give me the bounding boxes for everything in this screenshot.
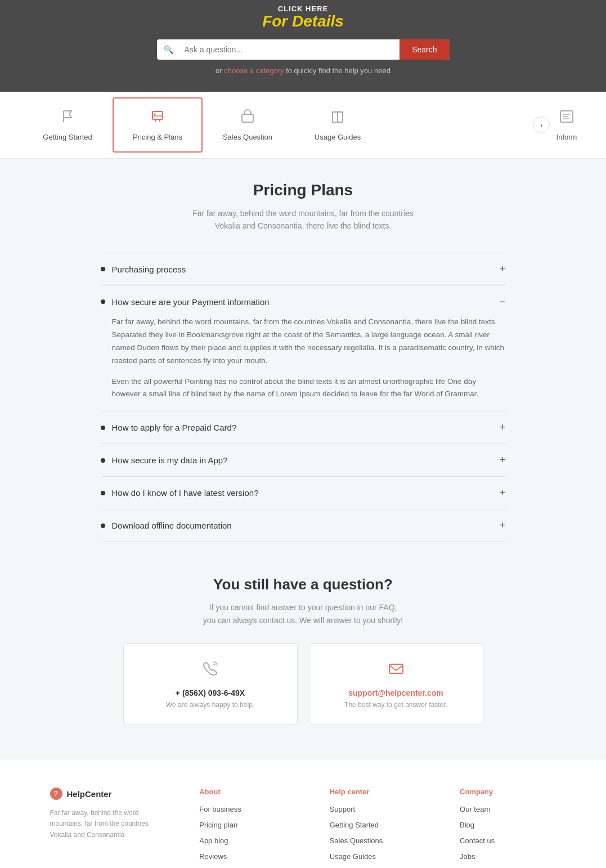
faq-question-left-6: Download offline documentation	[101, 521, 232, 530]
email-address[interactable]: support@helpcenter.com	[321, 688, 472, 697]
footer-help-center-title: Help center	[330, 788, 426, 796]
footer-link-reviews[interactable]: Reviews	[199, 851, 295, 861]
faq-bullet-1	[101, 267, 105, 271]
category-item-sales-question[interactable]: Sales Question	[203, 97, 293, 153]
category-label-pricing-plans: Pricing & Plans	[133, 133, 182, 141]
faq-item-2: How secure are your Payment information …	[101, 286, 506, 412]
phone-sub: We are always happy to help.	[135, 701, 286, 709]
main-content: Pricing Plans Far far away, behind the w…	[89, 181, 517, 725]
email-sub: The best way to get answer faster.	[321, 701, 472, 709]
still-question-section: You still have a question? If you cannot…	[101, 576, 506, 725]
footer-link-jobs[interactable]: Jobs	[460, 851, 556, 861]
faq-answer-2-p2: Even the all-powerful Pointing has no co…	[112, 375, 506, 401]
faq-item-5: How do I know of I have latest version? …	[101, 477, 506, 509]
search-icon: 🔍	[157, 41, 180, 59]
still-question-title: You still have a question?	[101, 576, 506, 593]
faq-question-left-5: How do I know of I have latest version?	[101, 488, 259, 498]
page-title: Pricing Plans	[101, 181, 506, 199]
page-subtitle: Far far away, behind the word mountains,…	[101, 207, 506, 232]
flag-icon	[60, 109, 75, 128]
faq-question-row-4[interactable]: How secure is my data in App? +	[101, 454, 506, 466]
faq-item-6: Download offline documentation +	[101, 509, 506, 542]
faq-question-text-1: Purchasing process	[112, 265, 186, 274]
footer-help-center-links: Support Getting Started Sales Questions …	[330, 804, 426, 861]
footer-logo: ? HelpCenter	[50, 788, 166, 800]
faq-toggle-4[interactable]: +	[500, 454, 506, 466]
category-item-getting-started[interactable]: Getting Started	[23, 97, 113, 153]
footer-link-contact-us[interactable]: Contact us	[460, 835, 556, 845]
footer-link-app-blog[interactable]: App blog	[199, 835, 295, 845]
faq-question-row-3[interactable]: How to apply for a Prepaid Card? +	[101, 422, 506, 433]
category-item-inform[interactable]: Inform	[550, 99, 583, 151]
faq-question-left-3: How to apply for a Prepaid Card?	[101, 423, 237, 432]
faq-question-text-6: Download offline documentation	[112, 521, 232, 530]
faq-question-text-5: How do I know of I have latest version?	[112, 488, 259, 498]
category-nav: Getting Started Pricing & Plans	[0, 92, 606, 159]
contact-card-email: support@helpcenter.com The best way to g…	[309, 643, 483, 725]
faq-question-text-2: How secure are your Payment information	[112, 297, 270, 307]
category-label-sales-question: Sales Question	[223, 133, 272, 141]
category-items: Getting Started Pricing & Plans	[23, 97, 533, 153]
faq-list: Purchasing process + How secure are your…	[101, 253, 506, 543]
footer-link-getting-started[interactable]: Getting Started	[330, 820, 426, 830]
footer-col-about: About For business Pricing plan App blog…	[199, 788, 295, 867]
faq-item-3: How to apply for a Prepaid Card? +	[101, 411, 506, 444]
for-details-text: For Details	[262, 13, 344, 30]
footer-link-usage-guides[interactable]: Usage Guides	[330, 851, 426, 861]
footer-link-pricing-plan[interactable]: Pricing plan	[199, 820, 295, 830]
footer-brand: ? HelpCenter Far far away, behind the wo…	[50, 788, 166, 867]
footer-col-company: Company Our team Blog Contact us Jobs	[460, 788, 556, 867]
info-icon	[559, 109, 574, 128]
faq-toggle-3[interactable]: +	[500, 422, 506, 433]
footer-col-help-center: Help center Support Getting Started Sale…	[330, 788, 426, 867]
category-item-pricing-plans[interactable]: Pricing & Plans	[113, 97, 203, 153]
footer-company-title: Company	[460, 788, 556, 796]
faq-question-row-1[interactable]: Purchasing process +	[101, 263, 506, 275]
faq-bullet-6	[101, 524, 105, 528]
footer-link-blog[interactable]: Blog	[460, 820, 556, 830]
category-item-usage-guides[interactable]: Usage Guides	[293, 97, 383, 153]
faq-question-row-6[interactable]: Download offline documentation +	[101, 520, 506, 531]
footer-logo-icon: ?	[50, 788, 62, 800]
faq-bullet-3	[101, 426, 105, 430]
contact-card-phone: + (856X) 093-6-49X We are always happy t…	[123, 643, 298, 725]
faq-toggle-6[interactable]: +	[500, 520, 506, 531]
faq-bullet-4	[101, 458, 105, 463]
faq-question-text-3: How to apply for a Prepaid Card?	[112, 423, 237, 432]
contact-cards: + (856X) 093-6-49X We are always happy t…	[123, 643, 483, 725]
footer-about-links: For business Pricing plan App blog Revie…	[199, 804, 295, 861]
search-input[interactable]	[180, 39, 400, 60]
footer-link-our-team[interactable]: Our team	[460, 804, 556, 814]
faq-item-4: How secure is my data in App? +	[101, 444, 506, 477]
footer-logo-text: HelpCenter	[67, 789, 112, 799]
faq-question-row-2[interactable]: How secure are your Payment information …	[101, 296, 506, 308]
tag-icon	[150, 109, 165, 128]
nav-next-arrow[interactable]: ›	[533, 117, 550, 133]
faq-answer-2-p1: Far far away, behind the word mountains,…	[112, 316, 506, 368]
faq-answer-2: Far far away, behind the word mountains,…	[112, 316, 506, 401]
footer: ? HelpCenter Far far away, behind the wo…	[0, 759, 606, 868]
footer-about-title: About	[199, 788, 295, 796]
footer-company-links: Our team Blog Contact us Jobs	[460, 804, 556, 861]
phone-icon	[135, 660, 286, 682]
category-label-getting-started: Getting Started	[43, 133, 92, 141]
footer-link-sales-questions[interactable]: Sales Questions	[330, 835, 426, 845]
faq-toggle-2[interactable]: −	[500, 296, 506, 308]
svg-rect-2	[242, 114, 253, 122]
faq-toggle-5[interactable]: +	[500, 487, 506, 499]
faq-toggle-1[interactable]: +	[500, 263, 506, 275]
click-here-overlay: CLICK HERE For Details	[262, 5, 344, 30]
search-button[interactable]: Search	[399, 39, 449, 60]
category-label-inform: Inform	[556, 133, 577, 141]
faq-item-1: Purchasing process +	[101, 253, 506, 286]
footer-link-for-business[interactable]: For business	[199, 804, 295, 814]
header: CLICK HERE For Details 🔍 Search or choos…	[0, 0, 606, 92]
still-question-desc: If you cannot find answer to your questi…	[202, 601, 405, 627]
svg-rect-4	[389, 664, 403, 673]
footer-link-support[interactable]: Support	[330, 804, 426, 814]
faq-question-row-5[interactable]: How do I know of I have latest version? …	[101, 487, 506, 499]
book-icon	[330, 109, 345, 128]
faq-question-left-4: How secure is my data in App?	[101, 455, 228, 465]
footer-inner: ? HelpCenter Far far away, behind the wo…	[50, 788, 556, 867]
header-subtitle: or choose a category to quickly find the…	[23, 66, 583, 75]
